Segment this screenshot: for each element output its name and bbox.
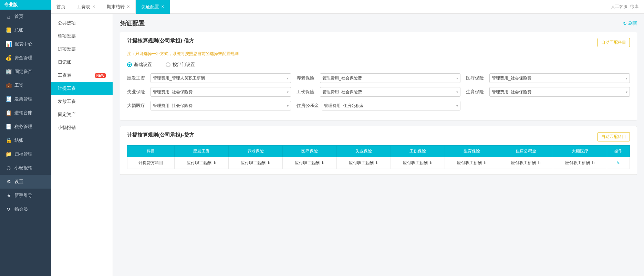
field-label-unemployment: 失业保险 xyxy=(127,89,148,95)
field-select-maternity[interactable]: 管理费用_社会保险费 ▾ xyxy=(489,87,630,97)
field-salary: 应发工资 管理费用_管理人员职工薪酬 ▾ xyxy=(127,73,291,83)
left-nav-item-calc-salary[interactable]: 计提工资 xyxy=(51,82,113,95)
left-nav-item-public[interactable]: 公共选项 xyxy=(51,17,113,30)
sidebar-item-label: 畅会员 xyxy=(14,206,28,212)
field-select-injury[interactable]: 管理费用_社会保险费 ▾ xyxy=(320,87,460,97)
left-nav-item-expense[interactable]: 小畅报销 xyxy=(51,121,113,134)
debit-auto-match-button[interactable]: 自动匹配科目 xyxy=(598,38,630,47)
sidebar-item-home[interactable]: ⌂ 首页 xyxy=(0,10,51,23)
sidebar-item-close[interactable]: 🔒 结账 xyxy=(0,134,51,147)
tab-voucher-config-close[interactable]: ✕ xyxy=(161,4,164,9)
credit-auto-match-button[interactable]: 自动匹配科目 xyxy=(598,132,630,141)
cell-action[interactable]: ✎ xyxy=(607,157,630,169)
sidebar-item-invoice[interactable]: 🧾 发票管理 xyxy=(0,92,51,106)
field-label-injury: 工伤保险 xyxy=(297,89,317,95)
guide-icon: ★ xyxy=(6,192,12,199)
field-select-pension[interactable]: 管理费用_社会保险费 ▾ xyxy=(320,73,460,83)
radio-dept-circle xyxy=(166,62,170,67)
refresh-button[interactable]: ↻ 刷新 xyxy=(623,20,637,26)
cell-pension: 应付职工薪酬_b xyxy=(229,157,283,169)
sidebar-item-tax[interactable]: 📑 税务管理 xyxy=(0,120,51,134)
left-nav-item-purchase-invoice[interactable]: 进项发票 xyxy=(51,43,113,56)
left-nav: 公共选项 销项发票 进项发票 日记账 工资表 NEW 计提工资 发放工资 固 xyxy=(51,14,113,276)
chevron-down-icon: ▾ xyxy=(626,76,627,80)
field-housing: 住房公积金 管理费用_住房公积金 ▾ xyxy=(297,101,460,110)
sidebar-item-label: 报表中心 xyxy=(14,41,32,47)
field-label-salary: 应发工资 xyxy=(127,75,148,81)
radio-basic-label: 基础设置 xyxy=(134,62,152,68)
sidebar-item-settings[interactable]: ⚙ 设置 xyxy=(0,175,51,189)
radio-dept-label: 按部门设置 xyxy=(173,62,195,68)
tab-period-close[interactable]: 期末结转 ✕ xyxy=(101,0,136,14)
sidebar-item-label: 固定资产 xyxy=(14,68,32,75)
tax-icon: 📑 xyxy=(6,124,12,130)
field-label-maternity: 生育保险 xyxy=(466,89,487,95)
app-logo: 专业版 xyxy=(0,0,51,10)
tab-period-close-close[interactable]: ✕ xyxy=(127,4,130,9)
report-icon: 📊 xyxy=(6,41,12,47)
field-select-unemployment[interactable]: 管理费用_社会保险费 ▾ xyxy=(150,87,291,97)
field-medical: 医疗保险 管理费用_社会保险费 ▾ xyxy=(466,73,630,83)
field-select-housing[interactable]: 管理费用_住房公积金 ▾ xyxy=(322,101,460,110)
sidebar-item-label: 小畅报销 xyxy=(14,165,32,171)
left-nav-item-fixed-assets[interactable]: 固定资产 xyxy=(51,108,113,121)
credit-section: 计提核算规则(公司承担)-贷方 自动匹配科目 科目 应发工资 养老保险 医疗保险… xyxy=(120,126,637,175)
table-row: 计提贷方科目 应付职工薪酬_b 应付职工薪酬_b 应付职工薪酬_b 应付职工薪酬… xyxy=(127,157,630,169)
cell-maternity: 应付职工薪酬_b xyxy=(445,157,499,169)
sidebar-item-salary[interactable]: 💼 工资 xyxy=(0,78,51,92)
credit-section-title: 计提核算规则(公司承担)-贷方 xyxy=(127,132,194,138)
sidebar: 专业版 ⌂ 首页 📒 总账 📊 报表中心 💰 资金管理 🏢 固定资产 💼 工资 … xyxy=(0,0,51,276)
col-pension: 养老保险 xyxy=(229,146,283,157)
sidebar-item-ledger[interactable]: 📒 总账 xyxy=(0,23,51,37)
field-label-major-medical: 大额医疗 xyxy=(127,103,148,109)
field-select-salary[interactable]: 管理费用_管理人员职工薪酬 ▾ xyxy=(150,73,291,83)
sidebar-item-label: 工资 xyxy=(14,82,23,88)
invoice-icon: 🧾 xyxy=(6,96,12,102)
tab-voucher-config[interactable]: 凭证配置 ✕ xyxy=(136,0,170,14)
col-subject: 科目 xyxy=(127,146,175,157)
sidebar-item-label: 进销台账 xyxy=(14,110,32,116)
field-row-1: 应发工资 管理费用_管理人员职工薪酬 ▾ 养老保险 管理费用_社会保险费 ▾ xyxy=(127,73,630,83)
col-maternity: 生育保险 xyxy=(445,146,499,157)
radio-dept[interactable]: 按部门设置 xyxy=(166,62,195,68)
tab-home[interactable]: 首页 xyxy=(51,0,71,14)
archive-icon: 📁 xyxy=(6,151,12,157)
tab-payroll[interactable]: 工资表 ✕ xyxy=(71,0,101,14)
tab-payroll-close[interactable]: ✕ xyxy=(92,4,95,9)
sidebar-item-report[interactable]: 📊 报表中心 xyxy=(0,37,51,51)
sidebar-item-member[interactable]: V 畅会员 xyxy=(0,202,51,216)
field-select-medical[interactable]: 管理费用_社会保险费 ▾ xyxy=(489,73,630,83)
sidebar-item-archive[interactable]: 📁 归档管理 xyxy=(0,147,51,161)
left-nav-item-payroll-table[interactable]: 工资表 NEW xyxy=(51,69,113,82)
left-nav-item-pay-salary[interactable]: 发放工资 xyxy=(51,95,113,108)
field-select-major-medical[interactable]: 管理费用_社会保险费 ▾ xyxy=(150,101,291,110)
sidebar-item-expense[interactable]: © 小畅报销 xyxy=(0,161,51,175)
field-label-housing: 住房公积金 xyxy=(297,103,319,109)
col-major-medical: 大额医疗 xyxy=(553,146,607,157)
tab-period-close-label: 期末结转 xyxy=(107,4,125,10)
page-content: 公共选项 销项发票 进项发票 日记账 工资表 NEW 计提工资 发放工资 固 xyxy=(51,14,644,276)
col-injury: 工伤保险 xyxy=(391,146,445,157)
col-medical: 医疗保险 xyxy=(283,146,337,157)
tab-home-label: 首页 xyxy=(56,4,65,10)
field-label-medical: 医疗保险 xyxy=(466,75,487,81)
new-badge: NEW xyxy=(95,73,106,78)
tab-payroll-label: 工资表 xyxy=(77,4,90,10)
edit-icon[interactable]: ✎ xyxy=(616,161,620,166)
customer-service[interactable]: 人工客服 xyxy=(611,4,627,10)
cell-subject: 计提贷方科目 xyxy=(127,157,175,169)
sidebar-item-guide[interactable]: ★ 新手引导 xyxy=(0,189,51,202)
cell-injury: 应付职工薪酬_b xyxy=(391,157,445,169)
sidebar-item-assets[interactable]: 🏢 固定资产 xyxy=(0,65,51,78)
field-label-pension: 养老保险 xyxy=(297,75,317,81)
debit-section-title: 计提核算规则(公司承担)-借方 xyxy=(127,38,194,44)
sidebar-item-label: 归档管理 xyxy=(14,151,32,157)
chevron-down-icon: ▾ xyxy=(626,90,627,94)
sidebar-item-stock[interactable]: 📋 进销台账 xyxy=(0,106,51,120)
radio-basic[interactable]: 基础设置 xyxy=(127,62,152,68)
sidebar-item-label: 总账 xyxy=(14,27,23,33)
left-nav-item-sales-invoice[interactable]: 销项发票 xyxy=(51,30,113,43)
sidebar-item-capital[interactable]: 💰 资金管理 xyxy=(0,51,51,65)
left-nav-item-journal[interactable]: 日记账 xyxy=(51,56,113,69)
ledger-icon: 📒 xyxy=(6,27,12,33)
